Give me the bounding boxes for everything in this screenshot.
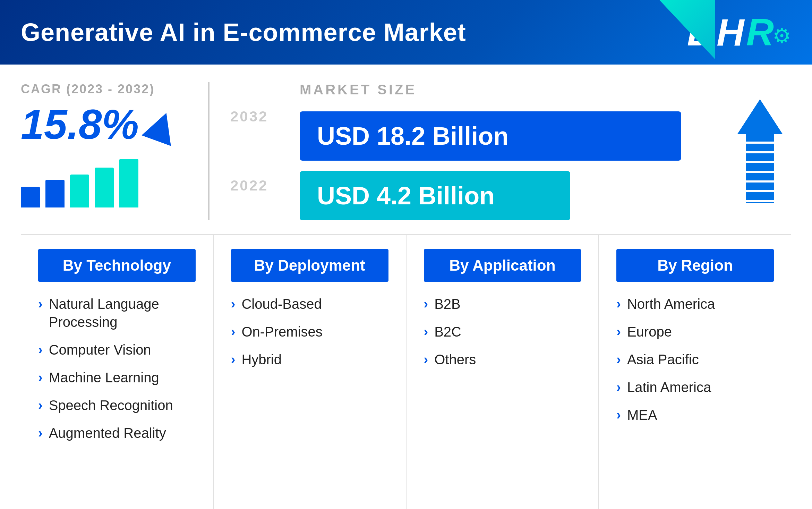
deploy-item-1-text: Cloud-Based [241, 295, 322, 313]
cagr-block: CAGR (2023 - 2032) 15.8% [21, 82, 187, 220]
app-item-1: › B2B [424, 295, 581, 313]
chevron-icon-a2: › [424, 323, 428, 340]
bar-4 [95, 168, 114, 207]
tech-item-5: › Augmented Reality [38, 424, 196, 442]
region-item-2-text: Europe [627, 323, 672, 341]
segment-application: By Application › B2B › B2C › Others [407, 235, 599, 509]
region-item-3: › Asia Pacific [616, 350, 774, 368]
deploy-item-2: › On-Premises [231, 323, 388, 341]
tech-item-5-text: Augmented Reality [49, 424, 166, 442]
chevron-icon-r2: › [616, 323, 621, 340]
deploy-item-3-text: Hybrid [241, 350, 282, 368]
tech-header: By Technology [38, 249, 196, 282]
chevron-icon-r3: › [616, 351, 621, 368]
chevron-icon-a1: › [424, 296, 428, 313]
region-item-1-text: North America [627, 295, 715, 313]
deploy-item-3: › Hybrid [231, 350, 388, 368]
growth-arrow-block [715, 82, 791, 220]
region-item-1: › North America [616, 295, 774, 313]
market-value-2022-box: USD 4.2 Billion [300, 171, 570, 220]
year-2032: 2032 [230, 108, 286, 125]
logo-r: R [746, 13, 774, 51]
arrow-body [746, 134, 774, 203]
tech-item-4-text: Speech Recognition [49, 396, 173, 414]
chevron-icon-5: › [38, 425, 43, 442]
region-item-2: › Europe [616, 323, 774, 341]
vertical-divider [208, 82, 210, 220]
market-size-block: MARKET SIZE USD 18.2 Billion USD 4.2 Bil… [300, 82, 715, 220]
arrow-head [737, 99, 783, 134]
chevron-icon-d2: › [231, 323, 236, 340]
region-item-4-text: Latin America [627, 378, 711, 396]
bar-chart [21, 152, 173, 207]
app-item-2: › B2C [424, 323, 581, 341]
chevron-icon-4: › [38, 397, 43, 414]
logo-h: H [717, 13, 744, 51]
years-block: 2032 2022 [230, 82, 300, 220]
tech-item-4: › Speech Recognition [38, 396, 196, 414]
header: Generative AI in E-commerce Market D H R… [0, 0, 812, 65]
gear-icon: ⚙ [772, 24, 791, 48]
segments-section: By Technology › Natural Language Process… [21, 235, 791, 509]
segment-technology: By Technology › Natural Language Process… [21, 235, 214, 509]
chevron-icon-2: › [38, 341, 43, 358]
region-item-3-text: Asia Pacific [627, 350, 699, 368]
cagr-value: 15.8% [21, 103, 139, 145]
chevron-icon-1: › [38, 296, 43, 313]
page-wrapper: Generative AI in E-commerce Market D H R… [0, 0, 812, 509]
chevron-icon-r5: › [616, 407, 621, 424]
arrow-up-shape [142, 108, 181, 146]
cagr-label: CAGR (2023 - 2032) [21, 82, 173, 96]
chevron-icon-3: › [38, 369, 43, 386]
region-item-4: › Latin America [616, 378, 774, 396]
region-item-5-text: MEA [627, 406, 657, 424]
segment-deployment: By Deployment › Cloud-Based › On-Premise… [214, 235, 407, 509]
app-item-3-text: Others [434, 350, 476, 368]
tech-item-3: › Machine Learning [38, 368, 196, 387]
region-header: By Region [616, 249, 774, 282]
bar-5 [119, 159, 138, 207]
app-header: By Application [424, 249, 581, 282]
market-value-2032-box: USD 18.2 Billion [300, 111, 681, 161]
segment-region: By Region › North America › Europe › Asi… [599, 235, 791, 509]
cagr-arrow-icon [146, 112, 177, 142]
chevron-icon-a3: › [424, 351, 428, 368]
deploy-item-2-text: On-Premises [241, 323, 322, 341]
tech-item-2: › Computer Vision [38, 341, 196, 359]
year-2022: 2022 [230, 177, 286, 194]
chevron-icon-r1: › [616, 296, 621, 313]
bar-3 [70, 175, 89, 207]
page-title: Generative AI in E-commerce Market [21, 18, 466, 46]
market-label: MARKET SIZE [300, 82, 715, 97]
app-item-2-text: B2C [434, 323, 461, 341]
bar-1 [21, 187, 40, 207]
tech-item-2-text: Computer Vision [49, 341, 151, 359]
deploy-header: By Deployment [231, 249, 388, 282]
stats-section: CAGR (2023 - 2032) 15.8% 2 [21, 65, 791, 235]
tech-item-3-text: Machine Learning [49, 368, 159, 387]
tech-item-1-text: Natural Language Processing [49, 295, 196, 331]
chevron-icon-d3: › [231, 351, 236, 368]
deploy-item-1: › Cloud-Based [231, 295, 388, 313]
chevron-icon-d1: › [231, 296, 236, 313]
main-content: CAGR (2023 - 2032) 15.8% 2 [0, 65, 812, 509]
region-item-5: › MEA [616, 406, 774, 424]
tech-item-1: › Natural Language Processing [38, 295, 196, 331]
market-value-2022: USD 4.2 Billion [317, 181, 495, 210]
big-arrow-up-icon [737, 99, 783, 203]
cagr-value-row: 15.8% [21, 103, 173, 145]
bar-2 [45, 180, 65, 207]
app-item-3: › Others [424, 350, 581, 368]
chevron-icon-r4: › [616, 379, 621, 396]
app-item-1-text: B2B [434, 295, 461, 313]
market-value-2032: USD 18.2 Billion [317, 122, 508, 150]
